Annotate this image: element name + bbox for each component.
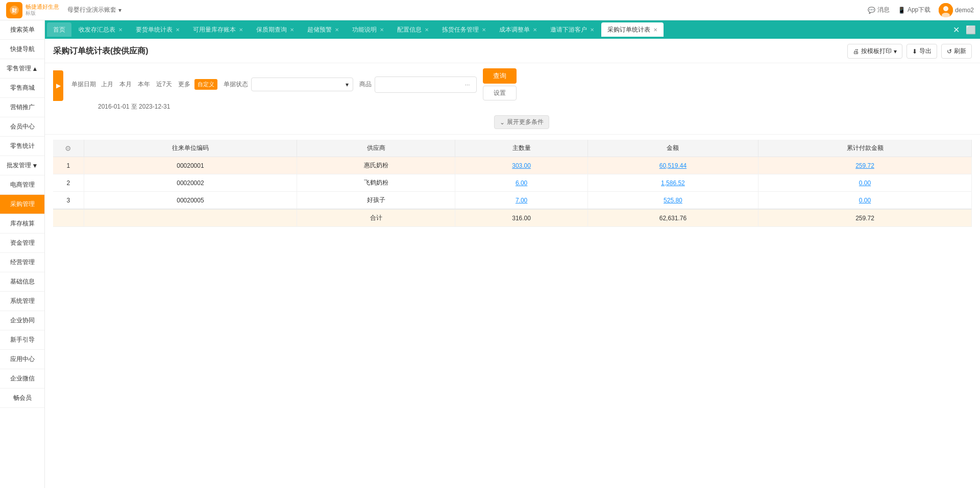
goods-input-wrapper: ··· bbox=[375, 76, 477, 93]
sidebar-item-vip[interactable]: 畅会员 bbox=[0, 389, 44, 408]
ellipsis-button[interactable]: ··· bbox=[463, 79, 472, 90]
shortcut-last-month[interactable]: 上月 bbox=[99, 79, 115, 90]
close-icon[interactable]: ✕ bbox=[335, 27, 339, 33]
print-button[interactable]: 🖨 按模板打印 ▾ bbox=[847, 44, 902, 59]
close-icon[interactable]: ✕ bbox=[239, 27, 243, 33]
sidebar-item-retail-stats[interactable]: 零售统计 bbox=[0, 137, 44, 156]
close-icon[interactable]: ✕ bbox=[118, 27, 122, 33]
settings-button[interactable]: 设置 bbox=[483, 86, 517, 100]
paid-link[interactable]: 0.00 bbox=[859, 179, 871, 187]
status-select[interactable]: ▾ bbox=[251, 78, 353, 91]
sidebar-item-inventory[interactable]: 库存核算 bbox=[0, 214, 44, 234]
close-icon[interactable]: ✕ bbox=[590, 27, 594, 33]
tab-expiry[interactable]: 保质期查询 ✕ bbox=[250, 22, 300, 37]
goods-filter-label: 商品 bbox=[359, 80, 372, 89]
sidebar-item-basicinfo[interactable]: 基础信息 bbox=[0, 272, 44, 292]
sidebar-item-sysmanage[interactable]: 系统管理 bbox=[0, 292, 44, 311]
tab-label: 首页 bbox=[53, 25, 65, 34]
table-row: 3 00020005 好孩子 7.00 525.80 0.00 bbox=[53, 192, 972, 210]
close-all-tabs-button[interactable]: ✕ bbox=[951, 24, 962, 36]
sidebar-item-finance[interactable]: 资金管理 bbox=[0, 234, 44, 253]
paid-link[interactable]: 259.72 bbox=[855, 162, 874, 169]
tab-label: 收发存汇总表 bbox=[79, 25, 115, 34]
custom-date-tag[interactable]: 自定义 bbox=[194, 79, 217, 90]
sidebar-item-enterprise[interactable]: 企业协同 bbox=[0, 311, 44, 330]
sidebar-label: 零售商城 bbox=[2, 84, 42, 92]
tab-receivepay[interactable]: 收发存汇总表 ✕ bbox=[72, 22, 129, 37]
tab-availstock[interactable]: 可用量库存账本 ✕ bbox=[187, 22, 249, 37]
shortcut-this-year[interactable]: 本年 bbox=[136, 79, 152, 90]
sidebar-label: 经营管理 bbox=[2, 258, 42, 267]
data-table: ⚙ 往来单位编码 供应商 主数量 金额 累计付款金额 1 00020001 惠氏… bbox=[53, 140, 972, 227]
tab-purchasestat[interactable]: 采购订单统计表 ✕ bbox=[601, 22, 664, 37]
status-filter: 单据状态 ▾ bbox=[224, 78, 353, 91]
tab-invitedownstream[interactable]: 邀请下游客户 ✕ bbox=[544, 22, 600, 37]
close-icon[interactable]: ✕ bbox=[176, 27, 180, 33]
close-icon[interactable]: ✕ bbox=[482, 27, 486, 33]
sidebar-item-appcenter[interactable]: 应用中心 bbox=[0, 350, 44, 369]
sidebar-item-wholesale[interactable]: 批发管理 ▼ bbox=[0, 156, 44, 175]
sidebar-item-operations[interactable]: 经营管理 bbox=[0, 253, 44, 272]
main-layout: 搜索英单 快捷导航 零售管理 ▲ 零售商城 营销推广 会员中心 零售统计 批发管… bbox=[0, 20, 980, 488]
message-label: 消息 bbox=[877, 6, 890, 14]
tab-costadjust[interactable]: 成本调整单 ✕ bbox=[493, 22, 543, 37]
cell-paid: 0.00 bbox=[758, 174, 972, 192]
message-action[interactable]: 💬 消息 bbox=[868, 6, 890, 14]
filter-expand-row: ⌄ 展开更多条件 bbox=[71, 115, 972, 129]
expand-more-button[interactable]: ⌄ 展开更多条件 bbox=[494, 115, 549, 129]
sidebar-item-member[interactable]: 会员中心 bbox=[0, 117, 44, 137]
collapse-button[interactable]: ▶ bbox=[53, 70, 63, 101]
close-icon[interactable]: ✕ bbox=[425, 27, 429, 33]
sidebar-item-retail[interactable]: 零售管理 ▲ bbox=[0, 59, 44, 79]
workspace-selector[interactable]: 母婴行业演示账套 ▾ bbox=[63, 6, 126, 14]
sidebar-item-search[interactable]: 搜索英单 bbox=[0, 20, 44, 40]
sidebar-item-wechat[interactable]: 企业微信 bbox=[0, 369, 44, 389]
paid-link[interactable]: 0.00 bbox=[859, 197, 871, 204]
close-icon[interactable]: ✕ bbox=[533, 27, 537, 33]
sidebar-item-newguide[interactable]: 新手引导 bbox=[0, 330, 44, 350]
sidebar-item-ecommerce[interactable]: 电商管理 bbox=[0, 175, 44, 195]
footer-paid: 259.72 bbox=[758, 209, 972, 227]
sidebar-item-retail-shop[interactable]: 零售商城 bbox=[0, 79, 44, 98]
date-range-display: 2016-01-01 至 2023-12-31 bbox=[98, 102, 972, 111]
qty-link[interactable]: 303.00 bbox=[512, 162, 531, 169]
col-settings: ⚙ bbox=[53, 140, 84, 157]
query-button[interactable]: 查询 bbox=[483, 68, 517, 84]
sidebar-label: 应用中心 bbox=[2, 355, 42, 364]
close-icon[interactable]: ✕ bbox=[653, 27, 657, 33]
export-button[interactable]: ⬇ 导出 bbox=[906, 44, 937, 59]
app-download-action[interactable]: 📱 App下载 bbox=[898, 6, 930, 14]
settings-icon[interactable]: ⚙ bbox=[65, 144, 71, 152]
shortcut-7days[interactable]: 近7天 bbox=[154, 79, 174, 90]
shortcut-this-month[interactable]: 本月 bbox=[117, 79, 134, 90]
tab-home[interactable]: 首页 bbox=[47, 22, 71, 37]
tab-pickingtask[interactable]: 拣货任务管理 ✕ bbox=[436, 22, 492, 37]
sidebar-item-purchase[interactable]: 采购管理 bbox=[0, 195, 44, 214]
amount-link[interactable]: 525.80 bbox=[664, 197, 682, 204]
sidebar-item-marketing[interactable]: 营销推广 bbox=[0, 98, 44, 117]
refresh-button[interactable]: ↺ 刷新 bbox=[941, 44, 972, 59]
footer-amount: 62,631.76 bbox=[587, 209, 758, 227]
user-area[interactable]: demo2 bbox=[939, 3, 974, 17]
tab-config[interactable]: 配置信息 ✕ bbox=[391, 22, 435, 37]
sidebar-label: 企业协同 bbox=[2, 316, 42, 325]
close-icon[interactable]: ✕ bbox=[380, 27, 384, 33]
tab-overstock[interactable]: 超储预警 ✕ bbox=[301, 22, 345, 37]
shortcut-more[interactable]: 更多 bbox=[176, 79, 192, 90]
close-icon[interactable]: ✕ bbox=[290, 27, 294, 33]
tab-funchelp[interactable]: 功能说明 ✕ bbox=[346, 22, 390, 37]
cell-code: 00020001 bbox=[84, 157, 297, 174]
maximize-button[interactable]: ⬜ bbox=[964, 24, 978, 36]
sidebar-item-quicknav[interactable]: 快捷导航 bbox=[0, 40, 44, 59]
qty-link[interactable]: 7.00 bbox=[516, 197, 527, 204]
top-bar-left: 财 畅捷通好生意 标版 母婴行业演示账套 ▾ bbox=[6, 2, 126, 18]
tab-label: 功能说明 bbox=[352, 25, 377, 34]
qty-link[interactable]: 6.00 bbox=[516, 179, 527, 187]
sidebar-label: 快捷导航 bbox=[2, 45, 42, 54]
amount-link[interactable]: 60,519.44 bbox=[659, 162, 687, 169]
tab-requisition[interactable]: 要货单统计表 ✕ bbox=[130, 22, 186, 37]
content-area: 首页 收发存汇总表 ✕ 要货单统计表 ✕ 可用量库存账本 ✕ 保质期查询 ✕ 超… bbox=[45, 20, 980, 488]
sidebar-label: 营销推广 bbox=[2, 103, 42, 112]
amount-link[interactable]: 1,586.52 bbox=[661, 179, 685, 187]
footer-row: 合计 316.00 62,631.76 259.72 bbox=[53, 209, 972, 227]
